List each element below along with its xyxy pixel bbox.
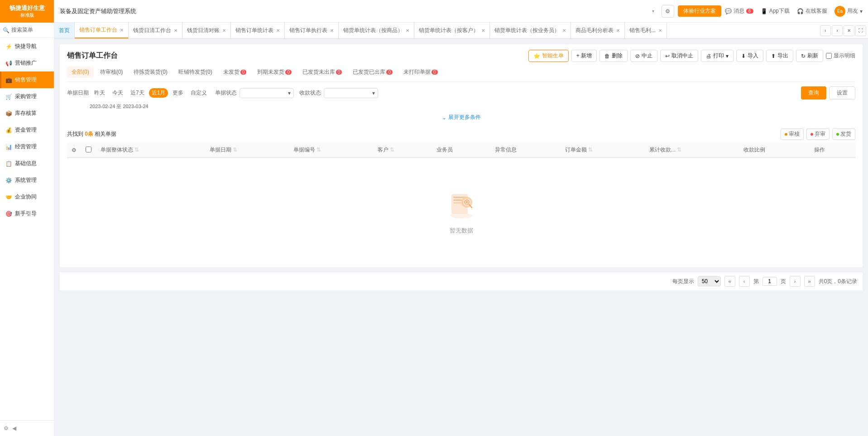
query-button[interactable]: 查询 bbox=[801, 86, 826, 100]
tab-cash-reconcile[interactable]: 钱货日清对账 ✕ bbox=[182, 23, 231, 38]
industry-button[interactable]: 体验行业方案 bbox=[678, 5, 721, 17]
tab-sales-more[interactable]: 销售毛利... ✕ bbox=[625, 23, 667, 38]
col-ratio[interactable]: 收款比例 bbox=[739, 142, 810, 158]
sub-tab-pending-review[interactable]: 待审核(0) bbox=[96, 66, 128, 78]
col-status[interactable]: 单据整体状态⇅ bbox=[96, 142, 205, 158]
export-button[interactable]: ⬆ 导出 bbox=[766, 50, 793, 62]
col-abnormal[interactable]: 异常信息 bbox=[490, 142, 561, 158]
online-service-button[interactable]: 🎧 在线客服 bbox=[797, 7, 827, 15]
cancel-stop-button[interactable]: ↩ 取消中止 bbox=[660, 50, 698, 62]
col-customer[interactable]: 客户⇅ bbox=[373, 142, 432, 158]
sidebar-item-operation[interactable]: 📊 经营管理 bbox=[0, 138, 54, 155]
tab-sales-stat-close[interactable]: ✕ bbox=[276, 28, 280, 33]
date-btn-more[interactable]: 更多 bbox=[170, 88, 186, 98]
tab-sales-stat[interactable]: 销售订单统计表 ✕ bbox=[231, 23, 285, 38]
sidebar-item-marketing[interactable]: 📢 营销推广 bbox=[0, 55, 54, 71]
tab-sale-summary-product[interactable]: 销货单统计表（按商品） ✕ bbox=[339, 23, 414, 38]
sub-tab-all[interactable]: 全部(0) bbox=[67, 66, 94, 78]
sub-tab-overdue-not-shipped[interactable]: 到期未发货0 bbox=[253, 66, 296, 78]
tab-sale-summary-customer[interactable]: 销货单统计表（按客户） ✕ bbox=[414, 23, 490, 38]
refresh-icon: ↻ bbox=[801, 53, 806, 59]
status-select[interactable]: ▾ bbox=[240, 88, 294, 98]
tab-sales-exec[interactable]: 销售订单执行表 ✕ bbox=[285, 23, 339, 38]
message-button[interactable]: 💬 消息 6 bbox=[725, 7, 753, 15]
settings-icon[interactable]: ⚙ bbox=[4, 425, 9, 431]
sys-dropdown-arrow[interactable]: ▾ bbox=[652, 9, 654, 14]
gear-button[interactable]: ⚙ bbox=[662, 5, 674, 18]
sub-tab-shipped-not-out[interactable]: 已发货未出库0 bbox=[298, 66, 347, 78]
tab-sale-summary-staff[interactable]: 销货单统计表（按业务员） ✕ bbox=[490, 23, 571, 38]
sidebar-item-finance[interactable]: 💰 资金管理 bbox=[0, 122, 54, 138]
sidebar-item-basic[interactable]: 📋 基础信息 bbox=[0, 155, 54, 172]
sub-tab-not-printed[interactable]: 未打印单据0 bbox=[399, 66, 442, 78]
tab-sales-order-close[interactable]: ✕ bbox=[120, 28, 124, 33]
tab-sales-order[interactable]: 销售订单工作台 ✕ bbox=[75, 23, 129, 38]
show-detail-input[interactable] bbox=[826, 53, 832, 59]
page-size-select[interactable]: 20 50 100 bbox=[698, 276, 721, 286]
show-detail-checkbox[interactable]: 显示明细 bbox=[826, 52, 855, 60]
sidebar-item-enterprise[interactable]: 🤝 企业协同 bbox=[0, 189, 54, 205]
col-number[interactable]: 单据编号⇅ bbox=[289, 142, 373, 158]
col-staff[interactable]: 业务员 bbox=[432, 142, 490, 158]
stop-icon: ⊘ bbox=[635, 53, 640, 59]
sidebar-item-system[interactable]: ⚙️ 系统管理 bbox=[0, 172, 54, 189]
tab-close-all[interactable]: ✕ bbox=[844, 25, 854, 36]
col-date[interactable]: 单据日期⇅ bbox=[205, 142, 289, 158]
tab-cash-daily-close[interactable]: ✕ bbox=[174, 28, 177, 33]
tab-sales-exec-close[interactable]: ✕ bbox=[330, 28, 334, 33]
shipped-out-badge: 0 bbox=[386, 70, 393, 75]
col-settings[interactable]: ⚙ bbox=[67, 142, 81, 158]
tab-scroll-right[interactable]: › bbox=[832, 25, 843, 36]
ship-button[interactable]: 发货 bbox=[832, 128, 855, 140]
prev-page-button[interactable]: ‹ bbox=[739, 276, 750, 287]
tab-gross-profit[interactable]: 商品毛利分析表 ✕ bbox=[571, 23, 625, 38]
tab-home[interactable]: 首页 bbox=[54, 23, 75, 38]
sidebar-item-inventory[interactable]: 📦 库存核算 bbox=[0, 105, 54, 122]
first-page-button[interactable]: « bbox=[724, 276, 735, 287]
sub-tab-wangpu[interactable]: 旺铺待发货(0) bbox=[174, 66, 217, 78]
page-number-input[interactable] bbox=[762, 277, 777, 286]
expand-filter-button[interactable]: ⌄ 展开更多条件 bbox=[442, 114, 481, 121]
sidebar-item-quicknav[interactable]: ⚡ 快捷导航 bbox=[0, 38, 54, 55]
payment-select[interactable]: ▾ bbox=[324, 88, 378, 98]
col-amount[interactable]: 订单金额⇅ bbox=[561, 142, 645, 158]
tab-sale-summary-product-close[interactable]: ✕ bbox=[406, 28, 409, 33]
tab-sales-more-close[interactable]: ✕ bbox=[658, 28, 662, 33]
add-button[interactable]: + 新增 bbox=[571, 50, 597, 62]
tab-cash-reconcile-close[interactable]: ✕ bbox=[222, 28, 226, 33]
date-btn-yesterday[interactable]: 昨天 bbox=[91, 88, 108, 98]
collapse-icon[interactable]: ◀ bbox=[12, 425, 16, 431]
sub-tab-shipped-out[interactable]: 已发货已出库0 bbox=[348, 66, 397, 78]
stop-button[interactable]: ⊘ 中止 bbox=[630, 50, 657, 62]
next-page-button[interactable]: › bbox=[790, 276, 801, 287]
app-download-button[interactable]: 📱 App下载 bbox=[761, 7, 790, 15]
date-btn-7days[interactable]: 近7天 bbox=[128, 88, 147, 98]
sub-tab-not-shipped[interactable]: 未发货0 bbox=[219, 66, 251, 78]
print-button[interactable]: 🖨 打印 ▾ bbox=[701, 50, 734, 62]
smart-gen-button[interactable]: ⭐ 智能生单 bbox=[528, 50, 569, 62]
tab-sale-summary-staff-close[interactable]: ✕ bbox=[562, 28, 566, 33]
sidebar-item-guide[interactable]: 🎯 新手引导 bbox=[0, 205, 54, 222]
delete-button[interactable]: 🗑 删除 bbox=[599, 50, 628, 62]
tab-sale-summary-customer-close[interactable]: ✕ bbox=[481, 28, 485, 33]
import-button[interactable]: ⬇ 导入 bbox=[736, 50, 763, 62]
sidebar-item-sales[interactable]: 💼 销售管理 bbox=[0, 71, 54, 88]
tab-cash-daily[interactable]: 钱货日清工作台 ✕ bbox=[129, 23, 182, 38]
set-button[interactable]: 设置 bbox=[829, 86, 855, 100]
date-btn-today[interactable]: 今天 bbox=[110, 88, 126, 98]
cancel-review-button[interactable]: 弃审 bbox=[806, 128, 830, 140]
col-received[interactable]: 累计收款...⇅ bbox=[645, 142, 739, 158]
tab-gross-profit-close[interactable]: ✕ bbox=[616, 28, 620, 33]
sub-tab-pending-inspection[interactable]: 待拣货装货(0) bbox=[129, 66, 172, 78]
user-menu[interactable]: Ea 用友 ▾ bbox=[834, 6, 863, 17]
tab-fullscreen[interactable]: ⛶ bbox=[855, 25, 866, 36]
date-btn-custom[interactable]: 自定义 bbox=[188, 88, 210, 98]
date-btn-1month[interactable]: 近1月 bbox=[149, 88, 168, 98]
col-check[interactable] bbox=[81, 142, 96, 158]
last-page-button[interactable]: » bbox=[804, 276, 815, 287]
review-button[interactable]: 审核 bbox=[781, 128, 804, 140]
tab-scroll-left[interactable]: ‹ bbox=[820, 25, 831, 36]
sidebar-item-purchase[interactable]: 🛒 采购管理 bbox=[0, 88, 54, 105]
refresh-button[interactable]: ↻ 刷新 bbox=[796, 50, 823, 62]
sidebar-search[interactable]: 🔍 搜索菜单 bbox=[0, 23, 54, 38]
